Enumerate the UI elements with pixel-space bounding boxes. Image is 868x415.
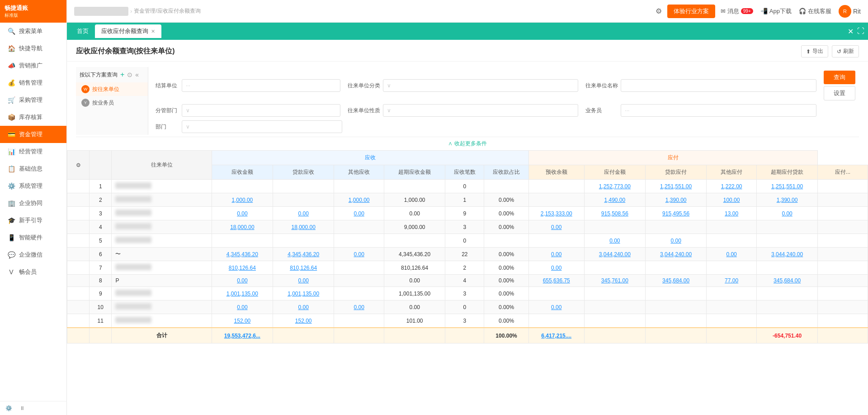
row-ys-credit[interactable]: 152.00 bbox=[273, 314, 334, 328]
row-partner[interactable] bbox=[112, 261, 212, 275]
scheme-item-partner[interactable]: W 按往来单位 bbox=[76, 82, 148, 96]
row-yf-other[interactable]: 0.00 bbox=[707, 248, 757, 261]
row-ys-credit[interactable]: 810,126.64 bbox=[273, 261, 334, 275]
row-ys-amount[interactable]: 4,345,436.20 bbox=[212, 248, 273, 261]
row-yf-amount[interactable]: 345,761.00 bbox=[584, 275, 645, 287]
sidebar-item-guide[interactable]: 🎓 新手引导 bbox=[0, 212, 66, 229]
row-yf-credit[interactable]: 1,390.00 bbox=[646, 193, 707, 207]
row-yf-amount[interactable]: 915,508.56 bbox=[584, 207, 645, 220]
sidebar-item-finance[interactable]: 💳 资金管理 bbox=[0, 126, 66, 143]
row-ys-other[interactable]: 0.00 bbox=[334, 207, 384, 220]
scheme-collapse-icon[interactable]: « bbox=[135, 71, 139, 78]
row-ys-amount[interactable]: 1,001,135.00 bbox=[212, 287, 273, 301]
export-button[interactable]: ⬆ 导出 bbox=[801, 45, 828, 57]
row-ys-prepay[interactable]: 2,153,333.00 bbox=[528, 207, 584, 220]
footer-ys-amount[interactable]: 19,553,472,6... bbox=[212, 328, 273, 343]
jiesuan-input[interactable]: ··· bbox=[182, 79, 340, 92]
row-ys-other[interactable]: 0.00 bbox=[334, 248, 384, 261]
dept-select[interactable]: ∨ bbox=[182, 104, 340, 117]
sidebar-item-wechat[interactable]: 💬 企业微信 bbox=[0, 246, 66, 263]
collapse-icon[interactable]: ⏸ bbox=[19, 405, 25, 411]
row-yf-credit[interactable]: 3,044,240.00 bbox=[646, 248, 707, 261]
row-ys-amount[interactable]: 18,000.00 bbox=[212, 220, 273, 234]
footer-ys-prepay[interactable]: 6,417,215.... bbox=[528, 328, 584, 343]
sidebar-item-search[interactable]: 🔍 搜索菜单 bbox=[0, 23, 66, 40]
row-partner[interactable] bbox=[112, 287, 212, 301]
row-yf-credit[interactable]: 1,251,551.00 bbox=[646, 180, 707, 193]
row-ys-credit[interactable]: 0.00 bbox=[273, 207, 334, 220]
tab-balance-query[interactable]: 应收应付余额查询 ✕ bbox=[95, 24, 161, 38]
row-ys-credit[interactable]: 1,001,135.00 bbox=[273, 287, 334, 301]
row-yf-other[interactable]: 13.00 bbox=[707, 207, 757, 220]
row-partner[interactable] bbox=[112, 180, 212, 193]
row-ys-amount[interactable]: 152.00 bbox=[212, 314, 273, 328]
sidebar-item-member[interactable]: V 畅会员 bbox=[0, 263, 66, 281]
row-partner[interactable] bbox=[112, 314, 212, 328]
row-yf-overdue[interactable]: 3,044,240.00 bbox=[756, 248, 817, 261]
promo-button[interactable]: 体验行业方案 bbox=[667, 5, 715, 18]
scheme-item-salesperson[interactable]: Y 按业务员 bbox=[76, 96, 148, 110]
row-yf-credit[interactable]: 0.00 bbox=[646, 234, 707, 248]
sidebar-item-sales[interactable]: 💰 销售管理 bbox=[0, 74, 66, 91]
tab-home[interactable]: 首页 bbox=[71, 24, 95, 38]
query-button[interactable]: 查询 bbox=[824, 71, 855, 84]
row-ys-prepay[interactable]: 655,636.75 bbox=[528, 275, 584, 287]
sidebar-item-nav[interactable]: 🏠 快捷导航 bbox=[0, 40, 66, 57]
sidebar-item-basics[interactable]: 📋 基础信息 bbox=[0, 160, 66, 177]
row-ys-credit[interactable]: 0.00 bbox=[273, 275, 334, 287]
sidebar-item-marketing[interactable]: 📣 营销推广 bbox=[0, 57, 66, 74]
row-yf-overdue[interactable]: 0.00 bbox=[756, 207, 817, 220]
row-partner[interactable] bbox=[112, 193, 212, 207]
settings-bottom-icon[interactable]: ⚙️ bbox=[5, 405, 12, 411]
row-partner[interactable] bbox=[112, 220, 212, 234]
row-partner[interactable]: 〜 bbox=[112, 248, 212, 261]
scheme-settings-icon[interactable]: ⊙ bbox=[127, 71, 132, 78]
row-yf-overdue[interactable]: 1,251,551.00 bbox=[756, 180, 817, 193]
user-info[interactable]: R Rit bbox=[839, 5, 861, 18]
nature-select[interactable]: ∨ bbox=[383, 104, 579, 117]
row-yf-other[interactable]: 1,222.00 bbox=[707, 180, 757, 193]
row-partner[interactable] bbox=[112, 234, 212, 248]
row-ys-amount[interactable]: 0.00 bbox=[212, 275, 273, 287]
row-ys-credit[interactable]: 0.00 bbox=[273, 301, 334, 314]
settings-icon[interactable]: ⚙ bbox=[656, 7, 662, 15]
row-ys-prepay[interactable]: 0.00 bbox=[528, 220, 584, 234]
app-download-btn[interactable]: 📲 App下载 bbox=[760, 7, 792, 15]
collapse-filter-btn[interactable]: ∧ 收起更多条件 bbox=[76, 137, 859, 150]
row-yf-amount[interactable]: 0.00 bbox=[584, 234, 645, 248]
row-ys-amount[interactable]: 810,126.64 bbox=[212, 261, 273, 275]
row-ys-other[interactable]: 1,000.00 bbox=[334, 193, 384, 207]
row-ys-credit[interactable]: 18,000.00 bbox=[273, 220, 334, 234]
row-ys-prepay[interactable]: 0.00 bbox=[528, 248, 584, 261]
partner-name-input[interactable] bbox=[621, 79, 816, 92]
row-yf-overdue[interactable]: 1,390.00 bbox=[756, 193, 817, 207]
sidebar-item-purchase[interactable]: 🛒 采购管理 bbox=[0, 91, 66, 109]
refresh-button[interactable]: ↺ 刷新 bbox=[832, 45, 859, 57]
tab-close-icon[interactable]: ✕ bbox=[151, 29, 155, 34]
row-yf-amount[interactable]: 3,044,240.00 bbox=[584, 248, 645, 261]
sidebar-item-enterprise[interactable]: 🏢 企业协同 bbox=[0, 195, 66, 212]
salesperson-input[interactable]: ··· bbox=[621, 104, 816, 117]
th-settings[interactable]: ⚙ bbox=[67, 151, 90, 180]
row-yf-overdue[interactable]: 345,684.00 bbox=[756, 275, 817, 287]
row-ys-amount[interactable]: 0.00 bbox=[212, 207, 273, 220]
sidebar-item-system[interactable]: ⚙️ 系统管理 bbox=[0, 177, 66, 195]
row-ys-prepay[interactable]: 0.00 bbox=[528, 261, 584, 275]
row-ys-prepay[interactable]: 0.00 bbox=[528, 301, 584, 314]
setting-button[interactable]: 设置 bbox=[824, 86, 855, 100]
category-select[interactable]: ∨ bbox=[383, 79, 579, 92]
row-partner[interactable] bbox=[112, 301, 212, 314]
row-ys-credit[interactable]: 4,345,436.20 bbox=[273, 248, 334, 261]
department-select[interactable]: ∨ bbox=[182, 120, 342, 133]
row-yf-other[interactable]: 77.00 bbox=[707, 275, 757, 287]
row-partner[interactable] bbox=[112, 207, 212, 220]
row-yf-amount[interactable]: 1,252,773.00 bbox=[584, 180, 645, 193]
message-btn[interactable]: ✉ 消息 99+ bbox=[721, 7, 753, 15]
row-ys-amount[interactable]: 0.00 bbox=[212, 301, 273, 314]
online-service-btn[interactable]: 🎧 在线客服 bbox=[799, 7, 831, 15]
row-yf-credit[interactable]: 915,495.56 bbox=[646, 207, 707, 220]
row-ys-other[interactable]: 0.00 bbox=[334, 301, 384, 314]
add-scheme-btn[interactable]: + bbox=[120, 71, 124, 79]
row-yf-other[interactable]: 100.00 bbox=[707, 193, 757, 207]
row-ys-amount[interactable]: 1,000.00 bbox=[212, 193, 273, 207]
